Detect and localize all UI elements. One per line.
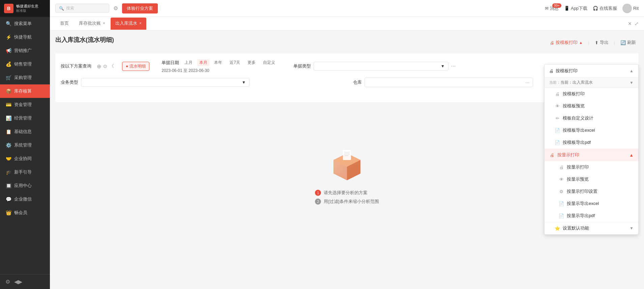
tab-batch-ledger[interactable]: 库存批次账 ×: [74, 18, 110, 30]
display-pdf-icon: 📄: [559, 213, 564, 218]
sidebar-item-system[interactable]: ⚙️ 系统管理: [0, 138, 50, 152]
dropdown-item-display-settings[interactable]: ⚙ 按显示打印设置: [545, 185, 638, 198]
dropdown-item-template-print[interactable]: 🖨 按模板打印: [545, 88, 638, 100]
sidebar-item-enterprise[interactable]: 🤝 企业协同: [0, 152, 50, 165]
sidebar-item-sales[interactable]: 💰 销售管理: [0, 57, 50, 71]
sidebar-item-newbie[interactable]: 🎓 新手引导: [0, 165, 50, 179]
date-option-7days[interactable]: 近7天: [227, 59, 243, 67]
filter-tag-flow[interactable]: ● 流水明细: [122, 62, 149, 71]
date-option-this-month[interactable]: 本月: [197, 59, 209, 66]
dropdown-item-template-excel[interactable]: 📄 按模板导出excel: [545, 124, 638, 136]
date-option-custom[interactable]: 自定义: [260, 59, 278, 67]
sidebar-item-finance[interactable]: 💳 资金管理: [0, 98, 50, 111]
filter-actions: ⊕ ⊙ 《: [97, 63, 114, 70]
dropdown-item-set-default[interactable]: ⭐ 设置默认功能 ▼: [545, 222, 638, 234]
system-icon: ⚙️: [5, 142, 11, 148]
warehouse-label: 仓库: [353, 79, 362, 85]
user-avatar: [622, 4, 632, 13]
warehouse-select[interactable]: ···: [364, 78, 533, 87]
filter-collapse-left-btn[interactable]: 《: [109, 63, 114, 69]
dropdown-item-display-pdf[interactable]: 📄 按显示导出pdf: [545, 210, 638, 222]
sales-icon: 💰: [5, 61, 11, 67]
header: 🔍 搜索 ⚙ 体验行业方案 ✉ 消息 99+ 📱 App下载 🎧 在线客服: [50, 0, 644, 17]
sidebar-item-search[interactable]: 🔍 搜索菜单: [0, 17, 50, 30]
export-icon: ⬆: [595, 40, 598, 45]
empty-step-1: 1 请先选择要分析的方案: [315, 190, 379, 196]
header-gear-icon[interactable]: ⚙: [113, 5, 118, 11]
bottom-settings-icon[interactable]: ⚙: [5, 279, 10, 285]
dropdown-item-display-preview[interactable]: 👁 按显示预览: [545, 173, 638, 185]
sidebar-item-basic[interactable]: 📋 基础信息: [0, 125, 50, 138]
operation-icon: 📊: [5, 115, 11, 121]
app-download-item[interactable]: 📱 App下载: [564, 5, 587, 11]
dropdown-section-display[interactable]: 🖨 按显示打印 ▲: [545, 149, 638, 161]
dropdown-item-display-excel[interactable]: 📄 按显示导出excel: [545, 198, 638, 210]
sidebar-toggle-icon[interactable]: ◀▶: [14, 279, 22, 285]
header-search-box[interactable]: 🔍 搜索: [55, 4, 109, 13]
tab-home[interactable]: 首页: [55, 18, 74, 30]
export-btn[interactable]: ⬆ 导出: [592, 38, 611, 47]
step-1-num: 1: [315, 190, 321, 196]
sidebar-item-member[interactable]: 👑 畅会员: [0, 206, 50, 219]
business-type-select[interactable]: ▼: [81, 78, 250, 87]
inventory-icon: 📦: [5, 88, 11, 94]
newbie-icon: 🎓: [5, 169, 11, 175]
dropdown-item-template-pdf[interactable]: 📄 按模板导出pdf: [545, 136, 638, 149]
dropdown-item-display-print[interactable]: 🖨 按显示打印: [545, 161, 638, 173]
dropdown-item-template-preview[interactable]: 👁 按模板预览: [545, 100, 638, 112]
dropdown-print-icon: 🖨: [549, 69, 554, 74]
refresh-btn[interactable]: 🔄 刷新: [618, 38, 639, 47]
search-placeholder-text: 搜索: [66, 5, 74, 11]
date-range-text: 2023-06-01 至 2023-06-30: [162, 68, 278, 74]
purchase-icon: 🛒: [5, 75, 11, 81]
message-item[interactable]: ✉ 消息 99+: [545, 5, 559, 11]
sidebar-item-wechat[interactable]: 💬 企业微信: [0, 192, 50, 206]
display-print-icon: 🖨: [559, 164, 564, 170]
sidebar-item-operation[interactable]: 📊 经营管理: [0, 111, 50, 125]
message-badge: 99+: [552, 3, 561, 8]
sidebar-item-quick-nav[interactable]: ⚡ 快捷导航: [0, 30, 50, 44]
current-arrow[interactable]: ▼: [630, 80, 634, 85]
dropdown-item-template-custom[interactable]: ✏ 模板自定义设计: [545, 112, 638, 124]
display-excel-icon: 📄: [559, 201, 564, 206]
template-excel-icon: 📄: [555, 128, 560, 133]
tab-batch-close-icon[interactable]: ×: [103, 21, 105, 26]
set-default-arrow: ▼: [630, 226, 634, 231]
user-name: Rit: [633, 6, 639, 11]
current-label-text: 当前：: [549, 80, 560, 85]
print-dropdown-chevron[interactable]: ▲: [579, 41, 583, 45]
date-option-more[interactable]: 更多: [245, 59, 258, 67]
online-service-item[interactable]: 🎧 在线客服: [593, 5, 617, 11]
sidebar-item-inventory[interactable]: 📦 库存核算: [0, 84, 50, 98]
tab-fullscreen-icon[interactable]: ⤢: [635, 21, 639, 26]
trial-button[interactable]: 体验行业方案: [122, 3, 158, 14]
tab-flow[interactable]: 出入库流水 ×: [111, 18, 146, 30]
top-action-right: 🖨 按模板打印 ▲ | ⬆ 导出 | 🔄 刷新: [547, 38, 639, 47]
empty-step-2: 2 用[过滤]条件来缩小分析范围: [315, 199, 379, 205]
doc-type-more-btn[interactable]: ···: [451, 63, 456, 69]
finance-icon: 💳: [5, 102, 11, 108]
page-header-row: 出入库流水(流水明细) 🖨 按模板打印 ▲ | ⬆ 导出 | 🔄 刷新: [55, 36, 639, 49]
filter-settings-btn[interactable]: ⊙: [103, 63, 107, 69]
filter-add-btn[interactable]: ⊕: [97, 63, 101, 70]
sidebar-item-marketing[interactable]: 📢 营销推广: [0, 44, 50, 57]
dropdown-header-arrow[interactable]: ▲: [630, 69, 634, 73]
phone-icon: 📱: [564, 6, 569, 11]
warehouse-more-btn[interactable]: ···: [525, 80, 529, 85]
date-option-last-month[interactable]: 上月: [182, 59, 195, 67]
sidebar-item-app-center[interactable]: 🔲 应用中心: [0, 179, 50, 192]
template-preview-icon: 👁: [555, 103, 560, 109]
date-option-this-year[interactable]: 本年: [211, 59, 225, 67]
main-area: 🔍 搜索 ⚙ 体验行业方案 ✉ 消息 99+ 📱 App下载 🎧 在线客服: [50, 0, 644, 289]
date-options: 上月 本月 本年 近7天 更多 自定义: [182, 59, 278, 67]
tab-close-all-icon[interactable]: ✕: [628, 21, 632, 26]
message-icon: ✉: [545, 6, 549, 11]
doc-type-label: 单据类型: [293, 63, 311, 69]
sidebar-item-purchase[interactable]: 🛒 采购管理: [0, 71, 50, 84]
display-settings-icon: ⚙: [559, 189, 564, 194]
template-print-btn[interactable]: 🖨 按模板打印 ▲: [547, 38, 585, 47]
user-profile[interactable]: Rit: [622, 4, 639, 13]
tab-flow-close-icon[interactable]: ×: [139, 21, 142, 26]
template-pdf-icon: 📄: [555, 140, 560, 145]
doc-type-select[interactable]: ▼: [314, 62, 448, 71]
